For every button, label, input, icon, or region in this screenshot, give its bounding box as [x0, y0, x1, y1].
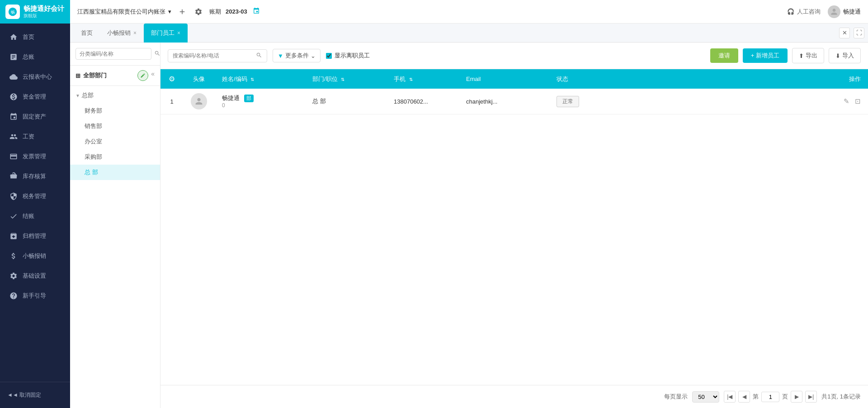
- department-panel: ⊞ 全部部门 « ▼ 总部 财务部 销售部: [70, 43, 160, 408]
- topbar-settings-button[interactable]: [193, 6, 204, 17]
- right-panel: ▼ 更多条件 ⌄ 显示离职员工 邀请 + 新增员工 ⬆ 导出 ⬇: [160, 43, 868, 408]
- sidebar-item-tax[interactable]: 税务管理: [0, 186, 70, 206]
- tab-dept-employee[interactable]: 部门员工 ×: [144, 24, 188, 43]
- sidebar-item-salary[interactable]: 工资: [0, 127, 70, 147]
- sidebar-logo: 畅 畅捷通好会计 旗舰版: [0, 0, 70, 24]
- first-page-button[interactable]: |◀: [724, 391, 736, 403]
- sidebar-item-expense[interactable]: 小畅报销: [0, 246, 70, 266]
- sidebar-item-home[interactable]: 首页: [0, 27, 70, 47]
- sidebar-item-invoice[interactable]: 发票管理: [0, 147, 70, 166]
- dept-item-purchasing[interactable]: 采购部: [70, 149, 160, 165]
- th-settings[interactable]: ⚙: [160, 69, 183, 89]
- sidebar-item-basic-settings[interactable]: 基础设置: [0, 266, 70, 286]
- edit-employee-button[interactable]: ✎: [844, 97, 849, 105]
- dept-search-icon[interactable]: [154, 50, 160, 58]
- phone-sort-icon: ⇅: [409, 77, 413, 82]
- svg-text:畅: 畅: [11, 10, 15, 14]
- export-icon: ⬆: [799, 52, 804, 59]
- sidebar-item-fixed-assets[interactable]: 固定资产: [0, 107, 70, 127]
- import-button[interactable]: ⬇ 导入: [829, 48, 861, 63]
- row-index: 1: [160, 89, 183, 114]
- row-actions: ✎ ⊡: [604, 89, 868, 114]
- delete-employee-button[interactable]: ⊡: [855, 97, 861, 105]
- archive-icon: [9, 232, 18, 241]
- company-selector[interactable]: 江西服宝精品有限责任公司内账张 ▾: [77, 8, 171, 16]
- per-page-select[interactable]: 50 100: [692, 391, 719, 403]
- employee-search-icon[interactable]: [256, 52, 262, 60]
- row-avatar: [183, 89, 215, 114]
- employee-code: 0: [222, 102, 298, 109]
- topbar-right: 🎧 人工咨询 畅捷通: [787, 5, 861, 18]
- sidebar-item-funds[interactable]: 资金管理: [0, 87, 70, 107]
- import-icon: ⬇: [835, 52, 840, 59]
- add-company-button[interactable]: [177, 6, 188, 17]
- all-departments-label[interactable]: ⊞ 全部部门: [75, 71, 107, 80]
- show-resigned-input[interactable]: [326, 53, 332, 59]
- th-phone[interactable]: 手机 ⇅: [387, 69, 459, 89]
- headset-icon: 🎧: [787, 8, 794, 15]
- dept-search-area: [70, 43, 160, 66]
- dept-item-office[interactable]: 办公室: [70, 134, 160, 149]
- pagination: 每页显示 50 100 |◀ ◀ 第 页 ▶ ▶| 共1页, 1条记录: [160, 385, 868, 408]
- th-email: Email: [459, 69, 549, 89]
- tab-expense[interactable]: 小畅报销 ×: [100, 24, 144, 43]
- sidebar-item-checkout[interactable]: 结账: [0, 206, 70, 226]
- salary-icon: [9, 132, 18, 141]
- dept-item-finance[interactable]: 财务部: [70, 103, 160, 119]
- tabs-actions: ✕ ⛶: [839, 28, 864, 38]
- user-menu[interactable]: 畅捷通: [828, 5, 861, 18]
- invite-button[interactable]: 邀请: [710, 48, 738, 63]
- consult-button[interactable]: 🎧 人工咨询: [787, 8, 821, 16]
- logo-icon: 畅: [5, 5, 20, 19]
- dept-group-general: ▼ 总部 财务部 销售部 办公室 采购部 总 部: [70, 88, 160, 180]
- calendar-icon[interactable]: [253, 7, 260, 16]
- add-employee-button[interactable]: + 新增员工: [743, 48, 788, 63]
- show-resigned-checkbox[interactable]: 显示离职员工: [326, 52, 370, 60]
- sidebar-item-inventory[interactable]: 库存核算: [0, 166, 70, 186]
- cancel-fixed-label: ◄◄ 取消固定: [7, 391, 41, 399]
- name-sort-icon: ⇅: [250, 77, 254, 82]
- sidebar-item-guide[interactable]: 新手引导: [0, 286, 70, 306]
- more-conditions-button[interactable]: ▼ 更多条件 ⌄: [273, 49, 321, 62]
- sidebar-item-cloud-reports[interactable]: 云报表中心: [0, 67, 70, 87]
- cancel-fixed-button[interactable]: ◄◄ 取消固定: [0, 387, 70, 403]
- next-page-button[interactable]: ▶: [791, 391, 802, 403]
- employee-name: 畅捷通: [222, 94, 240, 102]
- export-button[interactable]: ⬆ 导出: [792, 48, 824, 63]
- employee-search-box: [168, 49, 267, 62]
- th-name[interactable]: 姓名/编码 ⇅: [215, 69, 305, 89]
- tab-dept-close[interactable]: ×: [177, 30, 180, 36]
- dept-group-header[interactable]: ▼ 总部: [70, 88, 160, 103]
- dept-sort-icon: ⇅: [341, 77, 344, 82]
- page-label: 第: [753, 393, 759, 401]
- filter-label: 更多条件: [285, 52, 309, 60]
- tab-home[interactable]: 首页: [74, 24, 100, 43]
- tab-maximize[interactable]: ⛶: [854, 28, 864, 38]
- grid-icon: ⊞: [75, 72, 80, 79]
- row-name-cell: 畅捷通 部 0: [215, 89, 305, 114]
- expense-icon: [9, 251, 18, 261]
- th-status: 状态: [549, 69, 604, 89]
- guide-icon: [9, 291, 18, 300]
- dept-edit-button[interactable]: [137, 70, 148, 81]
- page-input[interactable]: [761, 392, 779, 402]
- sidebar-item-ledger[interactable]: 总账: [0, 47, 70, 67]
- sidebar: 畅 畅捷通好会计 旗舰版 首页 总账 云报表中心: [0, 0, 70, 408]
- dept-item-sales[interactable]: 销售部: [70, 119, 160, 134]
- table-settings-gear-icon[interactable]: ⚙: [169, 75, 175, 83]
- topbar: 江西服宝精品有限责任公司内账张 ▾ 账期 2023-03 🎧 人工咨询: [70, 0, 868, 24]
- dept-search-input[interactable]: [75, 48, 151, 60]
- th-dept[interactable]: 部门/职位 ⇅: [305, 69, 387, 89]
- th-avatar: 头像: [183, 69, 215, 89]
- company-dropdown-icon: ▾: [168, 8, 171, 15]
- tab-expense-close[interactable]: ×: [133, 30, 137, 36]
- tab-close-window[interactable]: ✕: [839, 28, 850, 38]
- last-page-button[interactable]: ▶|: [805, 391, 817, 403]
- employee-search-input[interactable]: [173, 52, 253, 59]
- dept-item-headquarters[interactable]: 总 部: [70, 165, 160, 180]
- tab-expense-label: 小畅报销: [107, 29, 131, 37]
- show-resigned-label: 显示离职员工: [335, 52, 370, 60]
- dept-collapse-button[interactable]: «: [151, 70, 155, 81]
- prev-page-button[interactable]: ◀: [738, 391, 750, 403]
- sidebar-item-archive[interactable]: 归档管理: [0, 226, 70, 246]
